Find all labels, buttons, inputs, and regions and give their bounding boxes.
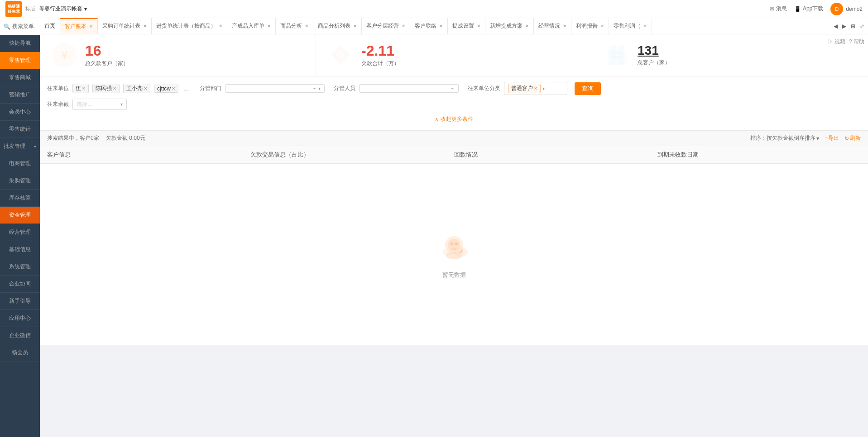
sidebar-item-wholesale[interactable]: 批发管理 ▾ [0, 138, 40, 155]
sidebar-item-purchase[interactable]: 采购管理 [0, 172, 40, 190]
person-select[interactable]: ··· [359, 84, 459, 93]
sidebar-item-ecommerce[interactable]: 电商管理 [0, 155, 40, 172]
sidebar-item-retail-mgmt[interactable]: 零售管理 [0, 52, 40, 69]
filter-tag-chen[interactable]: 陈民强 ✕ [92, 84, 120, 93]
tab-close-retail-profit[interactable]: ✕ [643, 24, 647, 28]
tab-close-purchase-goods[interactable]: ✕ [219, 24, 222, 28]
filter-tag-wang[interactable]: 王小亮 ✕ [123, 84, 150, 93]
sidebar-item-basic-info[interactable]: 基础信息 [0, 241, 40, 258]
tab-customer-book[interactable]: 客户账本 ✕ [60, 18, 98, 34]
category-select[interactable]: 普通客户 ✕ ▾ [504, 82, 567, 95]
tab-close-purchase-stats[interactable]: ✕ [143, 24, 147, 28]
stat-value-overdue-amount: -2.11 [361, 43, 399, 58]
tab-fullscreen[interactable]: ⤢ [858, 22, 866, 30]
dept-more-icon: ··· [313, 86, 317, 91]
message-btn[interactable]: ✉ 消息 [770, 5, 787, 13]
chevron-down-icon: ▾ [84, 6, 87, 12]
tab-goods-analysis-list[interactable]: 商品分析列表 ✕ [313, 18, 362, 34]
sidebar-item-vip[interactable]: 畅会员 [0, 344, 40, 361]
sidebar-item-corp-collab[interactable]: 企业协同 [0, 276, 40, 293]
video-help-btn[interactable]: ▷ 视频 [828, 38, 845, 46]
tab-close-promotion-settings[interactable]: ✕ [477, 24, 480, 28]
category-tag-normal[interactable]: 普通客户 ✕ [508, 84, 541, 93]
query-button[interactable]: 查询 [575, 82, 601, 95]
app-download-btn[interactable]: 📱 App下载 [794, 5, 823, 13]
sidebar-item-new-guide[interactable]: 新手引导 [0, 293, 40, 310]
category-tag-close[interactable]: ✕ [534, 86, 537, 91]
more-tags-btn[interactable]: ... [182, 84, 191, 93]
message-label: 消息 [776, 5, 787, 13]
tab-close-business[interactable]: ✕ [563, 24, 566, 28]
tab-goods-analysis[interactable]: 商品分析 ✕ [276, 18, 313, 34]
sidebar-item-enterprise-wechat[interactable]: 企业微信 [0, 327, 40, 344]
tab-scroll-left[interactable]: ◀ [832, 22, 839, 30]
tab-close-goods-analysis[interactable]: ✕ [305, 24, 308, 28]
sidebar-item-marketing[interactable]: 营销推广 [0, 86, 40, 104]
filter-tag-cjttcw[interactable]: cjttcw ✕ [154, 85, 178, 93]
tab-business[interactable]: 经营情况 ✕ [534, 18, 571, 34]
tab-close-customer-segment[interactable]: ✕ [402, 24, 405, 28]
tag-cjttcw-close[interactable]: ✕ [172, 86, 175, 91]
tab-home[interactable]: 首页 [40, 18, 60, 34]
data-table: 客户信息 欠款交易信息（占比） 回款情况 到期未收款日期 [40, 146, 868, 345]
sidebar-item-app-center[interactable]: 应用中心 [0, 310, 40, 327]
tab-retail-profit[interactable]: 零售利润（ ✕ [609, 18, 652, 34]
help-label: 帮助 [854, 38, 864, 45]
app-download-label: App下载 [803, 5, 823, 13]
purchase-label: 采购管理 [9, 177, 31, 184]
inventory-label: 库存核算 [9, 195, 31, 201]
tab-new-promotion[interactable]: 新增提成方案 ✕ [485, 18, 534, 34]
video-label: 视频 [834, 38, 845, 45]
tab-profit[interactable]: 利润报告 ✕ [571, 18, 609, 34]
filter-row-1: 往来单位 伍 ✕ 陈民强 ✕ 王小亮 ✕ cjttcw [47, 82, 861, 95]
sort-button[interactable]: 排序：按欠款金额倒序排序 ▾ [750, 134, 819, 142]
tab-scroll-right[interactable]: ▶ [840, 22, 848, 30]
filter-tag-wu[interactable]: 伍 ✕ [72, 84, 89, 93]
sidebar-item-quick-nav[interactable]: 快捷导航 [0, 35, 40, 52]
customer-contact-tab-label: 客户联络 [415, 22, 436, 30]
sidebar-search[interactable]: 🔍 搜索菜单 [0, 18, 40, 35]
export-button[interactable]: ↑ 导出 [825, 134, 839, 142]
arrow-icon: ▾ [34, 144, 36, 149]
sidebar-item-system[interactable]: 系统管理 [0, 258, 40, 276]
tab-customer-contact[interactable]: 客户联络 ✕ [410, 18, 448, 34]
tab-close-customer-contact[interactable]: ✕ [439, 24, 443, 28]
tab-purchase-stats[interactable]: 采购订单统计表 ✕ [98, 18, 152, 34]
purchase-goods-tab-label: 进货单统计表（按商品） [156, 22, 216, 30]
tab-expand[interactable]: ⊞ [849, 22, 857, 30]
tab-close-customer-book[interactable]: ✕ [89, 24, 93, 29]
collapse-btn[interactable]: ∧ 收起更多条件 [431, 114, 477, 125]
svg-rect-8 [615, 52, 618, 54]
dept-select[interactable]: ··· ▾ [225, 84, 325, 93]
svg-rect-5 [609, 46, 616, 65]
customer-segment-tab-label: 客户分层经营 [366, 22, 399, 30]
sidebar-item-retail-stats[interactable]: 零售统计 [0, 121, 40, 138]
tab-purchase-goods[interactable]: 进货单统计表（按商品） ✕ [152, 18, 227, 34]
tab-close-cost-inbound[interactable]: ✕ [267, 24, 271, 28]
tab-close-goods-analysis-list[interactable]: ✕ [353, 24, 357, 28]
user-menu[interactable]: D demo2 [830, 3, 863, 15]
sidebar-item-retail-mall[interactable]: 零售商城 [0, 69, 40, 86]
tab-close-new-promotion[interactable]: ✕ [525, 24, 529, 28]
balance-select[interactable]: 选择... ▾ [72, 99, 127, 110]
sidebar-item-finance[interactable]: 资金管理 [0, 207, 40, 224]
promotion-settings-tab-label: 提成设置 [452, 22, 474, 30]
sidebar-item-member[interactable]: 会员中心 [0, 104, 40, 121]
home-tab-label: 首页 [44, 22, 55, 30]
help-btn[interactable]: ? 帮助 [849, 38, 864, 46]
tag-wu-close[interactable]: ✕ [82, 86, 86, 91]
stat-icon-diamond [327, 42, 354, 69]
svg-point-21 [459, 249, 461, 251]
account-dropdown[interactable]: 母婴行业演示帐套 ▾ [39, 5, 87, 13]
refresh-button[interactable]: ↻ 刷新 [844, 134, 861, 142]
tab-customer-segment[interactable]: 客户分层经营 ✕ [362, 18, 410, 34]
sidebar-item-inventory[interactable]: 库存核算 [0, 190, 40, 207]
tag-chen-close[interactable]: ✕ [113, 86, 116, 91]
sidebar-item-operations[interactable]: 经营管理 [0, 224, 40, 241]
tag-wang-close[interactable]: ✕ [144, 86, 147, 91]
video-icon: ▷ [828, 38, 833, 45]
tab-bar: 首页 客户账本 ✕ 采购订单统计表 ✕ 进货单统计表（按商品） ✕ 产成品入库单… [40, 18, 868, 34]
tab-cost-inbound[interactable]: 产成品入库单 ✕ [227, 18, 276, 34]
tab-close-profit[interactable]: ✕ [600, 24, 604, 28]
tab-promotion-settings[interactable]: 提成设置 ✕ [448, 18, 485, 34]
